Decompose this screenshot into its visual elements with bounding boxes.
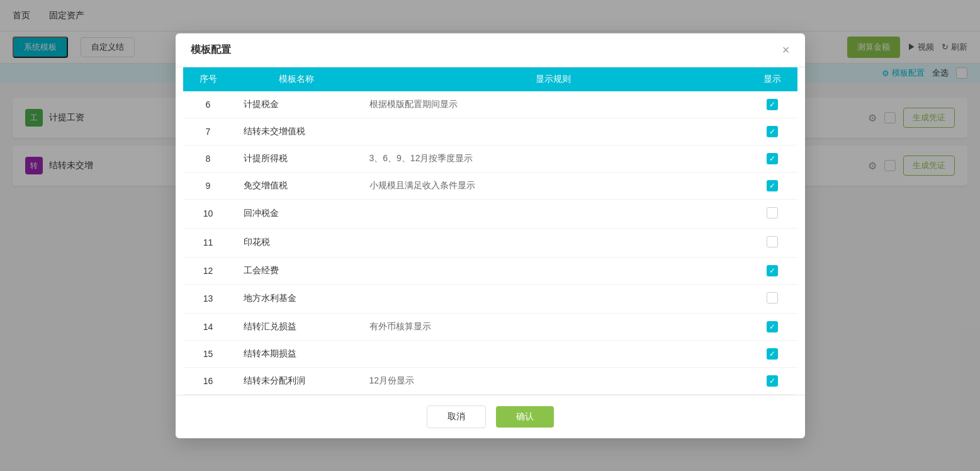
config-table: 序号 模板名称 显示规则 显示 6计提税金根据模版配置期间显示✓7结转未交增值税… [183,67,797,395]
modal-header: 模板配置 × [176,33,805,67]
cell-check-4 [747,199,797,228]
cell-name-5: 印花税 [234,228,359,257]
cell-rule-1 [359,118,747,145]
cell-id-5: 11 [183,228,234,257]
row-checkbox-8[interactable]: ✓ [767,321,778,332]
cell-check-3: ✓ [747,172,797,199]
cell-check-9: ✓ [747,340,797,367]
row-checkbox-3[interactable]: ✓ [767,180,778,191]
cell-rule-7 [359,284,747,313]
cell-check-1: ✓ [747,118,797,145]
cell-rule-6 [359,257,747,284]
cell-id-3: 9 [183,172,234,199]
cell-id-10: 16 [183,367,234,394]
modal-footer: 取消 确认 [176,395,805,438]
cell-check-10: ✓ [747,367,797,394]
cell-name-9: 结转本期损益 [234,340,359,367]
row-checkbox-6[interactable]: ✓ [767,265,778,276]
cell-id-8: 14 [183,313,234,340]
cell-check-0: ✓ [747,91,797,118]
col-header-rule: 显示规则 [359,67,747,91]
cell-name-7: 地方水利基金 [234,284,359,313]
table-row: 14结转汇兑损益有外币核算显示✓ [183,313,797,340]
cell-rule-0: 根据模版配置期间显示 [359,91,747,118]
cell-id-2: 8 [183,145,234,172]
table-row: 10回冲税金 [183,199,797,228]
cell-name-3: 免交增值税 [234,172,359,199]
cell-rule-9 [359,340,747,367]
table-row: 6计提税金根据模版配置期间显示✓ [183,91,797,118]
col-header-name: 模板名称 [234,67,359,91]
cancel-button[interactable]: 取消 [427,406,486,428]
row-checkbox-9[interactable]: ✓ [767,348,778,360]
table-row: 12工会经费✓ [183,257,797,284]
cell-id-6: 12 [183,257,234,284]
cell-name-6: 工会经费 [234,257,359,284]
cell-rule-5 [359,228,747,257]
cell-check-7 [747,284,797,313]
cell-check-6: ✓ [747,257,797,284]
modal-template-config: 模板配置 × 序号 模板名称 显示规则 显示 6计提税金根据模版配置期间显示✓7… [176,33,805,438]
row-checkbox-7[interactable] [767,292,778,304]
cell-id-9: 15 [183,340,234,367]
row-checkbox-10[interactable]: ✓ [767,375,778,387]
cell-name-10: 结转未分配利润 [234,367,359,394]
cell-check-8: ✓ [747,313,797,340]
row-checkbox-5[interactable] [767,236,778,247]
modal-close-button[interactable]: × [782,43,790,56]
table-row: 15结转本期损益✓ [183,340,797,367]
cell-name-2: 计提所得税 [234,145,359,172]
row-checkbox-0[interactable]: ✓ [767,99,778,110]
table-row: 7结转未交增值税✓ [183,118,797,145]
row-checkbox-1[interactable]: ✓ [767,126,778,137]
cell-name-0: 计提税金 [234,91,359,118]
table-row: 9免交增值税小规模且满足收入条件显示✓ [183,172,797,199]
cell-name-4: 回冲税金 [234,199,359,228]
cell-id-4: 10 [183,199,234,228]
table-row: 16结转未分配利润12月份显示✓ [183,367,797,394]
cell-id-7: 13 [183,284,234,313]
col-header-display: 显示 [747,67,797,91]
table-row: 13地方水利基金 [183,284,797,313]
row-checkbox-2[interactable]: ✓ [767,153,778,164]
cell-name-8: 结转汇兑损益 [234,313,359,340]
modal-overlay: 模板配置 × 序号 模板名称 显示规则 显示 6计提税金根据模版配置期间显示✓7… [0,0,980,471]
cell-rule-4 [359,199,747,228]
cell-rule-2: 3、6、9、12月按季度显示 [359,145,747,172]
modal-table-container: 序号 模板名称 显示规则 显示 6计提税金根据模版配置期间显示✓7结转未交增值税… [176,67,805,395]
table-header-row: 序号 模板名称 显示规则 显示 [183,67,797,91]
table-row: 11印花税 [183,228,797,257]
cell-check-5 [747,228,797,257]
cell-rule-10: 12月份显示 [359,367,747,394]
col-header-id: 序号 [183,67,234,91]
modal-title: 模板配置 [191,43,231,57]
cell-id-1: 7 [183,118,234,145]
table-row: 8计提所得税3、6、9、12月按季度显示✓ [183,145,797,172]
cell-check-2: ✓ [747,145,797,172]
cell-id-0: 6 [183,91,234,118]
cell-rule-3: 小规模且满足收入条件显示 [359,172,747,199]
row-checkbox-4[interactable] [767,207,778,218]
confirm-button[interactable]: 确认 [496,406,554,428]
cell-name-1: 结转未交增值税 [234,118,359,145]
cell-rule-8: 有外币核算显示 [359,313,747,340]
